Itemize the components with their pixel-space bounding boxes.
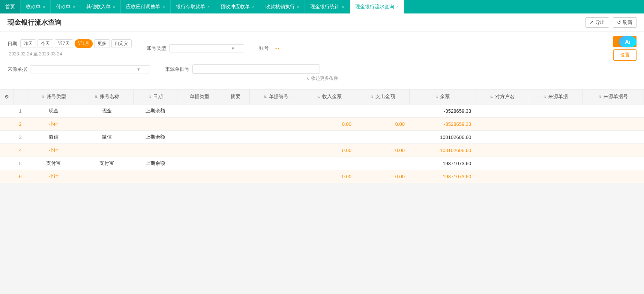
table-col-bill-no[interactable]: ⇅ 单据编号: [249, 90, 303, 104]
date-btn-1month[interactable]: 近1月: [75, 39, 93, 48]
table-col-income[interactable]: ⇅ 收入金额: [303, 90, 356, 104]
table-cell: [249, 131, 303, 144]
sort-arrows-account-name: ⇅: [95, 95, 98, 99]
table-cell: [0, 170, 14, 183]
date-btn-custom[interactable]: 自定义: [111, 39, 132, 48]
ai-badge[interactable]: Ai: [619, 36, 636, 47]
nav-adjust[interactable]: 应收应付调整单 ×: [121, 0, 170, 13]
table-cell: [582, 104, 644, 118]
close-verification-icon[interactable]: ×: [297, 4, 299, 9]
table-cell: 支付宝: [80, 157, 134, 170]
table-cell: 4: [14, 144, 27, 157]
table-col-summary: 摘要: [222, 90, 249, 104]
table-cell: [222, 157, 249, 170]
table-cell: [222, 104, 249, 118]
close-receipt-icon[interactable]: ×: [43, 4, 45, 9]
source-bill-no-input[interactable]: [192, 64, 320, 74]
date-btn-more[interactable]: 更多: [94, 39, 110, 48]
export-icon: ↗: [590, 19, 594, 25]
close-bank-deposit-icon[interactable]: ×: [207, 4, 210, 9]
source-bill-no-label: 来源单据号: [165, 66, 189, 73]
sort-arrows-income: ⇅: [317, 95, 320, 99]
table-col-account-name[interactable]: ⇅ 账号名称: [80, 90, 134, 104]
export-button[interactable]: ↗ 导出: [585, 17, 609, 28]
date-shortcuts: 昨天 今天 近7天 近1月 更多 自定义: [20, 39, 132, 48]
table-cell: 0.00: [356, 170, 409, 183]
sort-arrows-bill-no: ⇅: [264, 95, 267, 99]
table-cell: 支付宝: [27, 157, 80, 170]
table-cell: 上期余额: [134, 104, 177, 118]
close-adjust-icon[interactable]: ×: [162, 4, 165, 9]
nav-bank-deposit[interactable]: 银行存取款单 ×: [171, 0, 215, 13]
table-col-expense[interactable]: ⇅ 支出金额: [356, 90, 409, 104]
table-cell: [582, 131, 644, 144]
refresh-icon: ↺: [617, 19, 621, 25]
nav-receipt[interactable]: 收款单 ×: [21, 0, 51, 13]
table-header-row: ⚙ ⇅ 账号类型 ⇅ 账号名称 ⇅ 日期 单据类型 摘要: [0, 90, 644, 104]
close-flow-icon[interactable]: ×: [396, 4, 399, 9]
nav-verification[interactable]: 收款核销执行 ×: [260, 0, 305, 13]
table-row: 6小计0.000.0019871073.60: [0, 170, 644, 183]
refresh-button[interactable]: ↺ 刷新: [613, 17, 636, 28]
table-cell: 2: [14, 118, 27, 131]
table-row: 3微信微信上期余额100102606.60: [0, 131, 644, 144]
table-cell: [303, 131, 356, 144]
collapse-bar[interactable]: ∧ 收起更多条件: [8, 74, 636, 85]
account-type-select[interactable]: ▼: [169, 44, 244, 52]
table-col-gear[interactable]: ⚙: [0, 90, 14, 104]
table-cell: [476, 131, 529, 144]
table-col-counterpart[interactable]: ⇅ 对方户名: [476, 90, 529, 104]
close-stat-icon[interactable]: ×: [342, 4, 344, 9]
nav-other-income[interactable]: 其他收入单 ×: [81, 0, 121, 13]
date-btn-today[interactable]: 今天: [38, 39, 53, 48]
table-cell: 0.00: [356, 144, 409, 157]
table-cell: [222, 131, 249, 144]
table-cell: [177, 144, 222, 157]
table-cell: -3528659.33: [409, 118, 476, 131]
table-cell: [303, 157, 356, 170]
account-label: 账号: [259, 45, 269, 52]
table-cell: [476, 104, 529, 118]
nav-cash-bank-flow[interactable]: 现金银行流水查询 ×: [350, 0, 404, 13]
nav-payment[interactable]: 付款单 ×: [51, 0, 81, 13]
table-col-date[interactable]: ⇅ 日期: [134, 90, 177, 104]
sort-arrows-counterpart: ⇅: [490, 95, 493, 99]
table-cell: [529, 170, 582, 183]
table-row: 5支付宝支付宝上期余额19871073.60: [0, 157, 644, 170]
account-more-icon[interactable]: ···: [272, 44, 281, 52]
nav-pre-receive[interactable]: 预收冲应收单 ×: [215, 0, 260, 13]
table-cell: [476, 157, 529, 170]
date-btn-yesterday[interactable]: 昨天: [20, 39, 36, 48]
table-cell: 上期余额: [134, 131, 177, 144]
close-other-income-icon[interactable]: ×: [113, 4, 115, 9]
close-payment-icon[interactable]: ×: [73, 4, 75, 9]
table-cell: [529, 118, 582, 131]
table-container: ⚙ ⇅ 账号类型 ⇅ 账号名称 ⇅ 日期 单据类型 摘要: [0, 90, 644, 183]
nav-cash-bank-stat[interactable]: 现金银行统计 ×: [305, 0, 350, 13]
table-col-source-bill[interactable]: ⇅ 来源单据: [529, 90, 582, 104]
source-bill-chevron-icon: ▼: [137, 67, 141, 72]
nav-home[interactable]: 首页: [0, 0, 21, 13]
table-row: 1现金现金上期余额-3528659.33: [0, 104, 644, 118]
table-cell: 1: [14, 104, 27, 118]
sort-arrows-account-type: ⇅: [41, 95, 44, 99]
table-cell: [582, 157, 644, 170]
table-cell: 0.00: [303, 170, 356, 183]
date-btn-7days[interactable]: 近7天: [55, 39, 73, 48]
table-cell: [0, 131, 14, 144]
collapse-up-icon: ∧: [306, 76, 309, 81]
table-col-account-type[interactable]: ⇅ 账号类型: [27, 90, 80, 104]
filter-area: 日期 昨天 今天 近7天 近1月 更多 自定义 2023-02-24 至 202…: [0, 31, 644, 90]
close-pre-receive-icon[interactable]: ×: [252, 4, 254, 9]
table-cell: [529, 131, 582, 144]
table-body: 1现金现金上期余额-3528659.332小计0.000.00-3528659.…: [0, 104, 644, 183]
table-cell: 小计: [27, 144, 80, 157]
table-cell: 上期余额: [134, 157, 177, 170]
table-col-source-bill-no[interactable]: ⇅ 来源单据号: [582, 90, 644, 104]
table-col-balance[interactable]: ⇅ 余额: [409, 90, 476, 104]
table-cell: 3: [14, 131, 27, 144]
settings-button[interactable]: 设置: [613, 49, 636, 61]
source-bill-select[interactable]: ▼: [30, 65, 150, 73]
table-cell: [529, 144, 582, 157]
table-cell: [356, 104, 409, 118]
